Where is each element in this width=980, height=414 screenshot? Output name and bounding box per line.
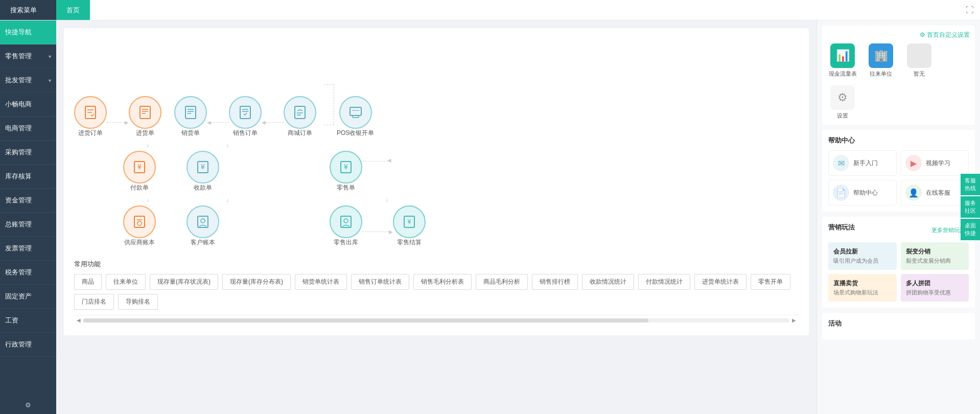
svg-rect-29 [198, 216, 208, 227]
node-sales-bill[interactable]: 销货单 [174, 96, 207, 137]
node-supplier-account[interactable]: 供应商账本 [123, 205, 156, 247]
scroll-track[interactable] [83, 318, 789, 323]
quick-icon-item[interactable]: 📊 现金流量表 [827, 43, 858, 78]
function-button[interactable]: 销售排行榜 [532, 274, 578, 290]
function-button[interactable]: 现存量(库存分布表) [222, 274, 291, 290]
marketing-item[interactable]: 直播卖货 场景式购物新玩法 [828, 274, 897, 302]
node-purchase-bill[interactable]: 进货单 [129, 96, 161, 137]
sales-bill-icon [174, 96, 207, 129]
node-retail-outbound[interactable]: 零售出库 [330, 205, 362, 247]
sidebar-item-ecommerce[interactable]: 电商管理 [0, 117, 56, 141]
help-center-title: 帮助中心 [828, 136, 969, 145]
quick-icon-box: ⚙ [830, 85, 855, 110]
sidebar-item-quick-nav[interactable]: 快捷导航 [0, 20, 56, 44]
marketing-item-title: 多人拼团 [906, 279, 964, 288]
retail-outbound-label: 零售出库 [334, 238, 358, 247]
sales-order-label: 销售订单 [233, 129, 258, 137]
function-button[interactable]: 门店排名 [74, 294, 114, 310]
arrow-right-1: ▶ [107, 120, 129, 137]
right-panel: ⚙ 首页自定义设置 📊 现金流量表 🏢 往来单位 暂无 ⚙ 设置 帮助中心 ✉ … [816, 20, 980, 414]
help-item[interactable]: ✉ 新手入门 [828, 150, 897, 176]
custom-settings-link[interactable]: ⚙ 首页自定义设置 [827, 31, 970, 39]
quick-icon-item[interactable]: ⚙ 设置 [827, 85, 858, 120]
marketing-item[interactable]: 多人拼团 拼团购物享受优惠 [901, 274, 969, 302]
payment-slip-label: 付款单 [130, 183, 149, 192]
sales-bill-label: 销货单 [181, 129, 200, 137]
node-sales-order[interactable]: 销售订单 [229, 96, 262, 137]
service-community-button[interactable]: 服务社区 [961, 196, 980, 218]
home-tab[interactable]: 首页 [56, 0, 90, 20]
sidebar-item-admin[interactable]: 行政管理 [0, 333, 56, 357]
search-menu-button[interactable]: 搜索菜单 [0, 0, 56, 20]
arrow-left-1: ◀ [207, 120, 229, 137]
node-customer-account[interactable]: 客户账本 [186, 205, 219, 247]
quick-icon-label: 设置 [837, 112, 848, 120]
node-mall-order[interactable]: 商城订单 [284, 96, 316, 137]
sidebar-item-tax[interactable]: 税务管理 [0, 261, 56, 285]
purchase-bill-label: 进货单 [136, 129, 154, 137]
sidebar-item-invoice[interactable]: 发票管理 [0, 237, 56, 261]
node-purchase-order[interactable]: 进货订单 [74, 96, 107, 137]
scroll-left-arrow[interactable]: ◀ [77, 317, 81, 323]
help-center-section: 帮助中心 ✉ 新手入门 ▶ 视频学习 📄 帮助中心 👤 在线客服 [822, 130, 975, 212]
function-button[interactable]: 销售订单统计表 [351, 274, 409, 290]
help-item[interactable]: 📄 帮助中心 [828, 180, 897, 205]
help-item[interactable]: ▶ 视频学习 [901, 150, 969, 176]
sidebar-item-inventory[interactable]: 库存核算 [0, 165, 56, 189]
function-button[interactable]: 付款情况统计 [638, 274, 690, 290]
function-button[interactable]: 销售毛利分析表 [413, 274, 472, 290]
function-button[interactable]: 销货单统计表 [295, 274, 347, 290]
help-item[interactable]: 👤 在线客服 [901, 180, 969, 205]
svg-rect-18 [353, 116, 359, 118]
pos-register-label: POS收银开单 [337, 129, 374, 137]
maximize-button[interactable]: ⛶ [960, 0, 980, 20]
main-layout: 快捷导航 零售管理▾ 批发管理▾ 小畅电商 电商管理 采购管理 库存核算 资金管… [0, 20, 980, 414]
svg-text:¥: ¥ [343, 163, 348, 171]
marketing-item[interactable]: 会员拉新 吸引用户成为会员 [828, 242, 897, 270]
svg-point-30 [201, 219, 205, 223]
sidebar-item-finance[interactable]: 资金管理 [0, 189, 56, 213]
function-button[interactable]: 现存量(库存状况表) [150, 274, 218, 290]
function-button[interactable]: 进货单统计表 [694, 274, 746, 290]
node-retail-slip[interactable]: ¥ 零售单 ◀ [330, 151, 362, 192]
supplier-account-icon [123, 205, 156, 238]
function-button[interactable]: 导购排名 [118, 294, 158, 310]
marketing-item-title: 会员拉新 [833, 247, 892, 256]
marketing-item-desc: 场景式购物新玩法 [833, 289, 892, 296]
activity-section: 活动 [822, 313, 975, 339]
sidebar-item-wholesale[interactable]: 批发管理▾ [0, 68, 56, 93]
flow-diagram-card: 进货订单 ▶ 进货单 [64, 28, 809, 335]
node-pos-register[interactable]: POS收银开单 [337, 96, 374, 137]
customer-account-label: 客户账本 [191, 238, 215, 247]
sidebar-item-salary[interactable]: 工资 [0, 309, 56, 333]
customer-service-button[interactable]: 客服热线 [961, 174, 980, 195]
sidebar-item-ecommerce-small[interactable]: 小畅电商 [0, 93, 56, 117]
function-button[interactable]: 收款情况统计 [582, 274, 634, 290]
marketing-item[interactable]: 裂变分销 裂变式发展分销商 [901, 242, 969, 270]
receipt-slip-label: 收款单 [194, 183, 212, 192]
help-item-label: 帮助中心 [853, 189, 878, 197]
marketing-item-desc: 吸引用户成为会员 [833, 257, 892, 265]
svg-rect-11 [240, 106, 250, 119]
quick-icon-item[interactable]: 暂无 [904, 43, 935, 78]
quick-icon-item[interactable]: 🏢 往来单位 [866, 43, 896, 78]
settings-icon[interactable]: ⚙ [0, 396, 56, 414]
node-retail-settlement[interactable]: ¥ 零售结算 [393, 205, 426, 247]
help-icon: ▶ [905, 155, 922, 171]
sidebar-item-general-ledger[interactable]: 总账管理 [0, 213, 56, 237]
activity-title: 活动 [828, 319, 969, 328]
desktop-shortcut-button[interactable]: 桌面快捷 [961, 219, 980, 240]
sidebar-item-retail[interactable]: 零售管理▾ [0, 44, 56, 68]
down-arrows-row-2: ↓ ↓ ↓ [74, 196, 799, 203]
sidebar-item-fixed-assets[interactable]: 固定资产 [0, 285, 56, 309]
node-payment-slip[interactable]: ¥ 付款单 [123, 151, 156, 192]
function-button[interactable]: 商品 [74, 274, 102, 290]
function-button[interactable]: 商品毛利分析 [476, 274, 528, 290]
node-receipt-slip[interactable]: ¥ 收款单 [186, 151, 219, 192]
scroll-thumb[interactable] [83, 318, 648, 323]
scroll-bar[interactable]: ◀ ▶ [74, 315, 799, 325]
function-button[interactable]: 零售开单 [751, 274, 790, 290]
scroll-right-arrow[interactable]: ▶ [792, 317, 796, 323]
sidebar-item-purchase[interactable]: 采购管理 [0, 141, 56, 165]
function-button[interactable]: 往来单位 [106, 274, 146, 290]
